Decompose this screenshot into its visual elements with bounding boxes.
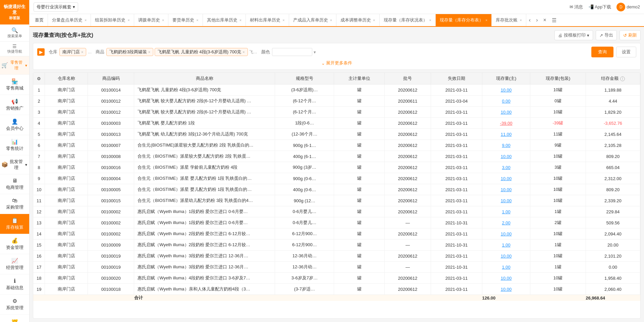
cell-qty-main[interactable]: 10.00: [482, 107, 530, 118]
cell-qty-main[interactable]: 1.00: [482, 206, 530, 217]
sidebar-item-sys-mgmt[interactable]: ⚙ 系统管理: [0, 294, 29, 315]
expand-more-btn[interactable]: ⌄ 展开更多条件: [321, 60, 352, 66]
product-more[interactable]: 飞…: [249, 49, 257, 55]
tab-bar: 首页 分量盘点单历史 × 组装拆卸单历史 × 调拨单历史 × 要货单历史 × 其…: [30, 14, 644, 27]
close-icon[interactable]: ×: [282, 18, 284, 22]
sidebar-item-member[interactable]: 👤 会员中心: [0, 115, 29, 135]
warehouse-more[interactable]: …: [88, 50, 92, 54]
sidebar-item-basic-info[interactable]: ℹ 基础信息: [0, 274, 29, 294]
tab-cost-adjust[interactable]: 成本调整单历史 ×: [336, 14, 379, 26]
tab-close-btn[interactable]: ×: [540, 16, 549, 24]
tab-prev-btn[interactable]: ‹: [526, 16, 533, 24]
tab-next-btn[interactable]: ›: [533, 16, 540, 24]
settings-icon: ⚙: [37, 76, 41, 81]
color-input[interactable]: [272, 48, 312, 56]
sidebar-item-retail-stats[interactable]: 📊 零售统计: [0, 135, 29, 155]
app-download-btn[interactable]: 📲 App下载: [588, 4, 611, 10]
cell-qty-pack: 1罐: [530, 239, 586, 251]
cell-qty-main[interactable]: 10.00: [482, 173, 530, 184]
cell-no: 3: [33, 107, 45, 118]
warehouse-tag[interactable]: 南岸门店 ×: [59, 48, 86, 56]
cell-qty-main[interactable]: 3.00: [482, 162, 530, 173]
table-row: 1 南岸门店 00100014 飞鹤星飞帆 儿童奶粉 4段(3-6岁适用) 70…: [33, 85, 640, 96]
tab-adjust[interactable]: 调拨单历史 ×: [134, 14, 168, 26]
sidebar-item-ecommerce[interactable]: 🖥 电商管理: [0, 174, 29, 194]
tab-split-inventory[interactable]: 分量盘点单历史 ×: [48, 14, 91, 26]
sidebar-quick-nav[interactable]: ☰ 快捷导航: [0, 42, 29, 56]
sidebar-item-retail-shop[interactable]: 🏪 零售商城: [0, 75, 29, 95]
product-tag-0-close[interactable]: ×: [148, 50, 150, 54]
tab-other-out[interactable]: 其他出库单历史 ×: [203, 14, 246, 26]
cell-code: 00100019: [88, 262, 134, 273]
warehouse-tag-close[interactable]: ×: [81, 50, 83, 54]
sidebar-item-inventory[interactable]: 📋 库存核算: [0, 214, 29, 234]
cell-qty-main[interactable]: -39.00: [482, 118, 530, 129]
tab-inventory-status[interactable]: 现存量（库存状况表） ×: [380, 14, 436, 26]
close-icon[interactable]: ×: [373, 18, 375, 22]
close-icon[interactable]: ×: [429, 18, 431, 22]
tab-product-in[interactable]: 产成品入库单历史 ×: [289, 14, 336, 26]
sidebar-item-purchase[interactable]: 🛍 采购管理: [0, 194, 29, 214]
close-icon[interactable]: ×: [127, 18, 129, 22]
sidebar-item-operations[interactable]: 📈 经营管理: [0, 254, 29, 274]
cell-qty-main[interactable]: 10.00: [482, 85, 530, 96]
cell-qty-main[interactable]: 0.00: [482, 96, 530, 107]
cell-qty-main[interactable]: 11.00: [482, 129, 530, 140]
cell-qty-main[interactable]: 10.00: [482, 195, 530, 206]
cell-unit: 罐: [334, 195, 385, 206]
cell-qty-pack: 10罐: [530, 85, 586, 96]
balance-info-icon[interactable]: i: [620, 76, 625, 81]
product-tag-1-close[interactable]: ×: [243, 50, 245, 54]
sidebar-item-wholesale[interactable]: 📦 批发管理 ▼: [0, 155, 29, 174]
cell-qty-main[interactable]: 10.00: [482, 251, 530, 262]
cell-name: 飞鹤星飞帆 较大婴儿配方奶粉 2段(6-12个月婴幼儿适用) …: [134, 107, 275, 118]
cell-batch: —: [384, 239, 431, 251]
tab-menu-btn[interactable]: ☰: [549, 16, 559, 25]
template-print-btn[interactable]: 🖨 按模板打印 ▾: [554, 30, 593, 40]
col-settings[interactable]: ⚙: [33, 73, 45, 85]
sidebar-item-finance[interactable]: 💰 资金管理: [0, 234, 29, 254]
cell-qty-main[interactable]: 9.00: [482, 140, 530, 151]
cell-balance: 509.56: [586, 217, 640, 228]
workspace-selector[interactable]: 母婴行业演示账套 ▾: [34, 2, 78, 12]
close-icon[interactable]: ×: [485, 18, 487, 22]
user-avatar[interactable]: D demo2: [616, 3, 640, 11]
sidebar-item-corp[interactable]: 🤝 企业协同: [0, 315, 29, 322]
cell-qty-main[interactable]: 10.00: [482, 284, 530, 295]
cell-spec: (6-12个月…: [275, 107, 334, 118]
sidebar-item-retail-mgmt[interactable]: 🛒 零售管理 ▼: [0, 56, 29, 75]
tab-disassemble[interactable]: 组装拆卸单历史 ×: [91, 14, 134, 26]
settings-btn[interactable]: 设置: [616, 47, 636, 57]
cell-qty-main[interactable]: 10.00: [482, 228, 530, 239]
tab-material-out[interactable]: 材料出库单历史 ×: [246, 14, 289, 26]
product-tag-0[interactable]: 飞鹤奶粉3段两罐装 ×: [106, 48, 153, 56]
cell-qty-main[interactable]: 1.00: [482, 262, 530, 273]
product-tag-1[interactable]: 飞鹤星飞帆 儿童奶粉 4段(3-6岁适用) 700克 ×: [155, 48, 248, 56]
sidebar-item-marketing[interactable]: 📢 营销推广: [0, 95, 29, 115]
cell-expire: 2021-03-11: [431, 273, 482, 284]
cell-qty-main[interactable]: 2.00: [482, 217, 530, 228]
cell-no: 5: [33, 129, 45, 140]
tab-request[interactable]: 要货单历史 ×: [168, 14, 203, 26]
tab-batch-voucher[interactable]: 库存批次账 ×: [492, 14, 526, 26]
refresh-btn[interactable]: ↺ 刷新: [620, 30, 641, 40]
close-icon[interactable]: ×: [239, 18, 241, 22]
message-btn[interactable]: ✉ 消息: [570, 4, 583, 10]
close-icon[interactable]: ×: [85, 18, 87, 22]
cell-qty-main[interactable]: 10.00: [482, 151, 530, 162]
cell-qty-main[interactable]: 10.00: [482, 184, 530, 195]
footer-qty-pack: [530, 295, 586, 301]
close-icon[interactable]: ×: [330, 18, 332, 22]
sidebar-search[interactable]: 🔍 搜索菜单: [0, 24, 29, 42]
export-btn[interactable]: ↗ 导出: [596, 30, 617, 40]
close-icon[interactable]: ×: [520, 18, 522, 22]
tab-home[interactable]: 首页: [31, 14, 48, 26]
close-icon[interactable]: ×: [196, 18, 198, 22]
query-btn[interactable]: 查询: [591, 47, 613, 57]
warehouse-filter: 仓库 南岸门店 × …: [49, 48, 92, 56]
orange-expand-btn[interactable]: ▶: [37, 48, 45, 56]
cell-qty-main[interactable]: 1.00: [482, 239, 530, 251]
tab-inventory-dist[interactable]: 现存量（库存分布表） ×: [436, 14, 492, 26]
cell-qty-main[interactable]: 10.00: [482, 273, 530, 284]
close-icon[interactable]: ×: [162, 18, 164, 22]
